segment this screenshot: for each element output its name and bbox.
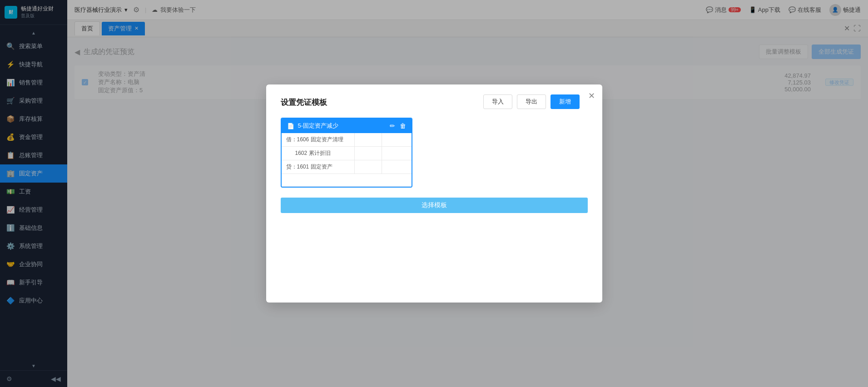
main-area: 医疗器械行业演示 ▾ ⚙ | ☁ 我要体验一下 💬 消息 99+ 📱 App下载… [67, 0, 868, 387]
template-entry-row-1: 借：1606 固定资产清理 [282, 133, 412, 147]
entry-credit-2 [382, 147, 409, 160]
select-template-button[interactable]: 选择模板 [281, 198, 588, 213]
entry-credit-1 [382, 133, 409, 146]
entry-label-1: 借：1606 固定资产清理 [282, 133, 354, 146]
export-button[interactable]: 导出 [517, 94, 546, 109]
modal-toolbar: 导入 导出 新增 [483, 94, 580, 109]
template-name: 5-固定资产减少 [298, 122, 339, 130]
import-button[interactable]: 导入 [483, 94, 512, 109]
template-card: 📄 5-固定资产减少 ✏ 🗑 借：1606 固定资产清理 [281, 118, 412, 188]
template-card-header: 📄 5-固定资产减少 ✏ 🗑 [282, 119, 412, 133]
template-entry-row-2: 1602 累计折旧 [282, 147, 412, 160]
new-button[interactable]: 新增 [551, 94, 580, 109]
content-area: ◀ 生成的凭证预览 批量调整模板 全部生成凭证 ✓ 变动类型：资产清 资产名称：… [67, 37, 868, 387]
entry-debit-2 [354, 147, 382, 160]
modal-backdrop: 设置凭证模板 导入 导出 新增 ✕ 📄 5-固定资产减少 [67, 37, 868, 387]
template-delete-icon[interactable]: 🗑 [400, 122, 406, 129]
template-header-left: 📄 5-固定资产减少 [287, 122, 339, 130]
template-body: 借：1606 固定资产清理 1602 累计折旧 贷：1601 固定资产 [282, 133, 412, 187]
template-header-actions: ✏ 🗑 [390, 122, 406, 129]
template-edit-icon[interactable]: ✏ [390, 122, 395, 129]
entry-label-2: 1602 累计折旧 [282, 147, 354, 160]
entry-debit-3 [354, 160, 382, 174]
template-entry-row-3: 贷：1601 固定资产 [282, 160, 412, 174]
modal-close-button[interactable]: ✕ [588, 91, 595, 101]
template-doc-icon: 📄 [287, 123, 294, 129]
entry-debit-1 [354, 133, 382, 146]
entry-label-3: 贷：1601 固定资产 [282, 160, 354, 174]
entry-credit-3 [382, 160, 409, 174]
template-empty-row [282, 174, 412, 187]
set-template-modal: 设置凭证模板 导入 导出 新增 ✕ 📄 5-固定资产减少 [266, 84, 602, 303]
